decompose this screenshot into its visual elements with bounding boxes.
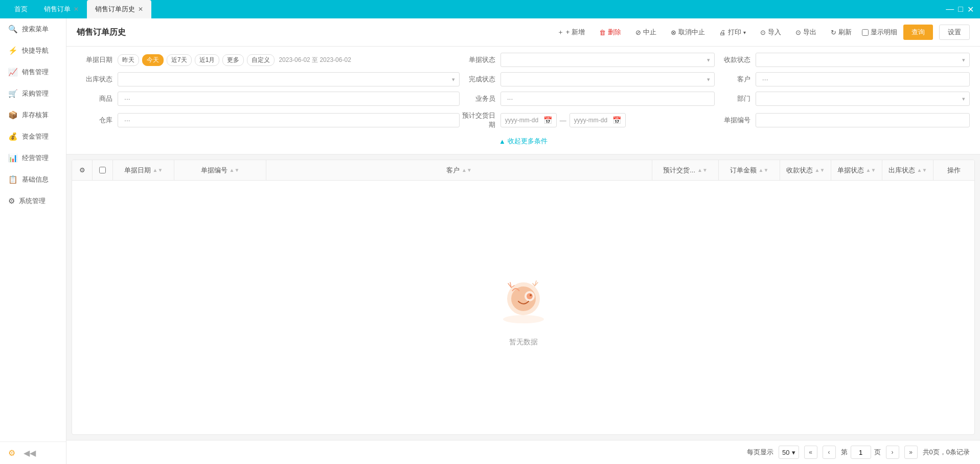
filter-row-3: 商品 ··· 业务员 ··· 部门 — [77, 92, 970, 106]
sort-customer-icon[interactable]: ▲▼ — [462, 168, 472, 173]
bill-status-select[interactable]: ▾ — [500, 53, 715, 67]
date-btn-more[interactable]: 更多 — [222, 54, 244, 66]
import-btn[interactable]: ⊙ 导入 — [756, 26, 785, 39]
collapse-btn[interactable]: ▲ 收起更多条件 — [499, 137, 548, 146]
sort-delivery-icon[interactable]: ▲▼ — [697, 168, 708, 173]
sort-amount-icon[interactable]: ▲▼ — [759, 168, 769, 173]
sidebar-item-finance-mgmt[interactable]: 💰 资金管理 — [0, 126, 66, 147]
tab-sales-order-history-close[interactable]: ✕ — [138, 6, 143, 13]
sort-bill-date-icon[interactable]: ▲▼ — [153, 168, 163, 173]
page-number-input[interactable] — [851, 446, 871, 459]
date-range-text: 2023-06-02 至 2023-06-02 — [279, 56, 351, 64]
toolbar: ＋ + 新增 🗑 删除 ⊘ 中止 ⊗ 取消中止 🖨 打印 — [553, 25, 970, 40]
sidebar-item-sales-mgmt[interactable]: 📈 销售管理 — [0, 61, 66, 83]
setting-btn[interactable]: 设置 — [939, 25, 970, 40]
bill-num-input[interactable] — [756, 113, 970, 127]
next-page-btn[interactable]: › — [886, 446, 899, 459]
customer-ellipsis-icon[interactable]: ··· — [762, 75, 768, 83]
filter-goods-col: 商品 ··· — [77, 92, 460, 106]
sidebar-item-basic-info[interactable]: 📋 基础信息 — [0, 169, 66, 190]
page-label-before: 第 — [841, 448, 848, 457]
cancel-stop-btn[interactable]: ⊗ 取消中止 — [667, 26, 709, 39]
calendar-end-icon[interactable]: 📅 — [612, 116, 621, 124]
sidebar-item-operation-mgmt[interactable]: 📊 经营管理 — [0, 147, 66, 169]
sort-pay-status-icon[interactable]: ▲▼ — [815, 168, 825, 173]
calendar-start-icon[interactable]: 📅 — [543, 116, 552, 124]
prev-page-btn[interactable]: ‹ — [823, 446, 836, 459]
page-size-select[interactable]: 50 ▾ — [779, 446, 799, 459]
out-status-select[interactable]: ▾ — [118, 72, 460, 86]
tab-sales-order-history[interactable]: 销售订单历史 ✕ — [87, 0, 151, 18]
sidebar-item-purchase-mgmt-label: 采购管理 — [22, 89, 49, 98]
stop-btn[interactable]: ⊘ 中止 — [631, 26, 660, 39]
maximize-icon[interactable]: □ — [958, 5, 963, 14]
bill-status-label: 单据状态 — [460, 55, 500, 64]
date-btn-today[interactable]: 今天 — [142, 54, 164, 66]
th-bill-date[interactable]: 单据日期 ▲▼ — [113, 160, 174, 180]
salesman-input[interactable]: ··· — [500, 92, 715, 106]
export-btn[interactable]: ⊙ 导出 — [791, 26, 821, 39]
date-btn-1month[interactable]: 近1月 — [195, 54, 220, 66]
delete-btn[interactable]: 🗑 删除 — [595, 26, 625, 39]
print-btn[interactable]: 🖨 打印 ▾ — [715, 26, 750, 39]
stop-icon: ⊘ — [635, 29, 641, 36]
th-pay-status[interactable]: 收款状态 ▲▼ — [780, 160, 831, 180]
date-btn-yesterday[interactable]: 昨天 — [118, 54, 139, 66]
tab-home[interactable]: 首页 — [6, 0, 36, 18]
refresh-btn[interactable]: ↻ 刷新 — [827, 26, 856, 39]
sort-bill-status-icon[interactable]: ▲▼ — [866, 168, 876, 173]
th-out-status[interactable]: 出库状态 ▲▼ — [882, 160, 933, 180]
th-settings[interactable]: ⚙ — [72, 160, 93, 180]
tab-sales-order-close[interactable]: ✕ — [74, 6, 79, 13]
th-delivery[interactable]: 预计交货... ▲▼ — [652, 160, 719, 180]
sales-mgmt-icon: 📈 — [8, 68, 18, 77]
sidebar-settings-icon[interactable]: ⚙ — [8, 448, 15, 458]
salesman-ellipsis-icon[interactable]: ··· — [507, 95, 513, 103]
th-customer[interactable]: 客户 ▲▼ — [266, 160, 652, 180]
delivery-date-start[interactable]: yyyy-mm-dd 📅 — [500, 113, 557, 127]
sidebar-collapse-icon[interactable]: ◀◀ — [24, 448, 36, 458]
warehouse-ellipsis-icon[interactable]: ··· — [124, 116, 130, 124]
sidebar-item-inventory-calc[interactable]: 📦 库存核算 — [0, 104, 66, 126]
sidebar-item-system-mgmt[interactable]: ⚙ 系统管理 — [0, 190, 66, 212]
sidebar-item-quick-nav[interactable]: ⚡ 快捷导航 — [0, 40, 66, 61]
print-icon: 🖨 — [719, 29, 726, 36]
sort-out-status-icon[interactable]: ▲▼ — [917, 168, 927, 173]
goods-input[interactable]: ··· — [118, 92, 460, 106]
date-btn-custom[interactable]: 自定义 — [247, 54, 275, 66]
sort-bill-num-icon[interactable]: ▲▼ — [230, 168, 240, 173]
select-all-checkbox[interactable] — [99, 167, 106, 173]
query-btn[interactable]: 查询 — [903, 25, 933, 40]
th-delivery-label: 预计交货... — [663, 166, 695, 175]
pay-status-select[interactable]: ▾ — [756, 53, 970, 67]
warehouse-input[interactable]: ··· — [118, 113, 460, 127]
th-bill-num[interactable]: 单据编号 ▲▼ — [174, 160, 266, 180]
complete-status-select[interactable]: ▾ — [500, 72, 715, 86]
th-amount[interactable]: 订单金额 ▲▼ — [719, 160, 780, 180]
delivery-date-wrap: yyyy-mm-dd 📅 — yyyy-mm-dd 📅 — [500, 113, 626, 127]
last-page-btn[interactable]: » — [904, 446, 918, 459]
operation-mgmt-icon: 📊 — [8, 153, 18, 163]
close-window-icon[interactable]: ✕ — [967, 5, 974, 14]
minimize-icon[interactable]: — — [946, 5, 954, 14]
finance-mgmt-icon: 💰 — [8, 132, 18, 141]
complete-status-caret-icon: ▾ — [707, 76, 710, 83]
th-checkbox[interactable] — [93, 160, 113, 180]
settings-gear-icon[interactable]: ⚙ — [79, 166, 85, 174]
sidebar-item-purchase-mgmt[interactable]: 🛒 采购管理 — [0, 83, 66, 104]
display-detail-checkbox[interactable] — [862, 29, 869, 36]
tab-sales-order[interactable]: 销售订单 ✕ — [36, 0, 87, 18]
basic-info-icon: 📋 — [8, 175, 18, 184]
delivery-date-end[interactable]: yyyy-mm-dd 📅 — [569, 113, 626, 127]
new-btn[interactable]: ＋ + 新增 — [553, 26, 589, 39]
sidebar-item-search-menu[interactable]: 🔍 搜索菜单 — [0, 18, 66, 40]
customer-input[interactable]: ··· — [756, 72, 970, 86]
display-detail-check[interactable]: 显示明细 — [862, 28, 897, 37]
th-action: 操作 — [933, 160, 974, 180]
th-bill-status[interactable]: 单据状态 ▲▼ — [831, 160, 882, 180]
dept-select[interactable]: ▾ — [756, 92, 970, 106]
date-btn-7days[interactable]: 近7天 — [167, 54, 192, 66]
first-page-btn[interactable]: « — [804, 446, 817, 459]
sidebar-item-basic-info-label: 基础信息 — [22, 175, 49, 184]
goods-ellipsis-icon[interactable]: ··· — [124, 95, 130, 103]
